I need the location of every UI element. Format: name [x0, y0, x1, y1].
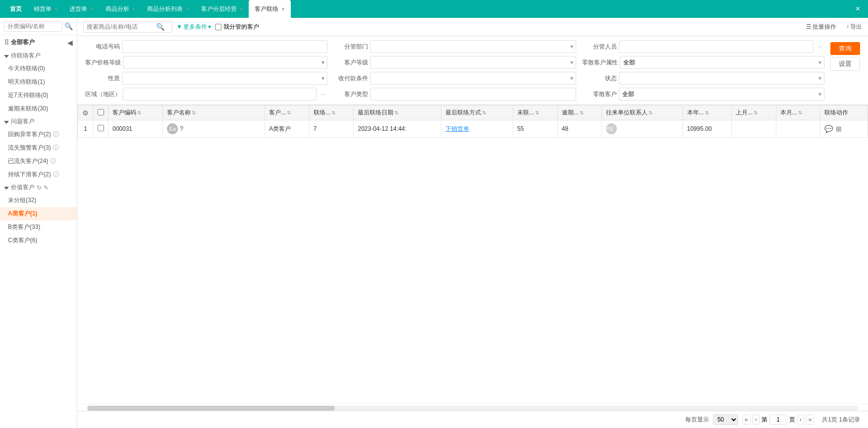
nav-tab-purchase[interactable]: 进货单 × [63, 0, 99, 18]
query-button[interactable]: 查询 [830, 42, 860, 55]
filter-sparse-attr: 零散客户属性 全部 ▾ [582, 56, 824, 69]
manager-input[interactable] [619, 40, 814, 53]
nav-tab-goods-analysis[interactable]: 商品分析 × [100, 0, 141, 18]
region-dots-icon[interactable]: ··· [319, 91, 327, 98]
sidebar-item-c-class[interactable]: C类客户(6) [0, 234, 77, 247]
sidebar-group-problem[interactable]: 问题客户 [0, 115, 77, 128]
price-level-select-wrapper: ▾ [123, 56, 327, 69]
close-purchase-tab[interactable]: × [90, 6, 93, 12]
sort-icon-code[interactable]: ⇅ [137, 110, 141, 115]
sidebar-item-b-class[interactable]: B类客户(33) [0, 220, 77, 234]
last-contact-method-link[interactable]: 下销货单 [445, 125, 469, 132]
settings-button[interactable]: 设置 [830, 57, 860, 71]
chat-icon[interactable]: 💬 [824, 125, 833, 133]
select-all-checkbox[interactable] [98, 109, 104, 115]
sidebar-item-declining[interactable]: 持续下滑客户(2) ⓘ [0, 168, 77, 181]
sidebar-group-value[interactable]: 价值客户 ↻ ✎ [0, 181, 77, 194]
dept-select[interactable] [370, 40, 576, 53]
status-select[interactable] [619, 72, 824, 85]
sidebar-collapse-button[interactable]: ◀ [67, 39, 73, 47]
batch-op-button[interactable]: ☰ 批量操作 [806, 23, 836, 31]
horizontal-scroll-bar[interactable] [87, 406, 858, 411]
sidebar-item-today-pending[interactable]: 今天待联络(0) [0, 62, 77, 75]
phone-input[interactable] [122, 40, 327, 53]
sidebar-item-churn-warning[interactable]: 流失预警客户(3) ⓘ [0, 141, 77, 155]
nature-select[interactable] [122, 72, 327, 85]
filter-search-input[interactable] [87, 23, 156, 30]
page-input[interactable] [769, 415, 787, 425]
sort-icon-last-contact-method[interactable]: ⇅ [482, 110, 486, 115]
nav-tab-home[interactable]: 首页 [4, 0, 28, 18]
last-page-button[interactable]: » [806, 415, 814, 425]
sort-icon-current-month[interactable]: ⇅ [798, 110, 802, 115]
row-contact: 7 [309, 120, 354, 138]
info-icon-churned[interactable]: ⓘ [50, 157, 56, 165]
sidebar-item-no-group[interactable]: 未分组(32) [0, 194, 77, 207]
all-customers-title: ⠿ 全部客户 [4, 38, 35, 47]
customer-level-select[interactable] [370, 56, 576, 69]
nav-tab-goods-analysis-list[interactable]: 商品分析列表 × [141, 0, 195, 18]
page-size-select[interactable]: 50 20 100 200 [713, 414, 738, 425]
payment-select[interactable] [370, 72, 576, 85]
info-icon-churn-warning[interactable]: ⓘ [53, 144, 59, 152]
page-size-label: 每页显示 [685, 416, 709, 424]
nav-tab-customer-segment[interactable]: 客户分层经营 × [195, 0, 249, 18]
filter-search-icon[interactable]: 🔍 [156, 23, 164, 31]
payment-select-wrapper: ▾ [370, 72, 576, 85]
sidebar-item-tomorrow-pending[interactable]: 明天待联络(1) [0, 75, 77, 89]
footer: 每页显示 50 20 100 200 « ‹ 第 页 › » 共1页 1条记录 [77, 411, 868, 428]
close-customer-segment-tab[interactable]: × [240, 6, 243, 12]
sort-icon-contact[interactable]: ⇅ [331, 110, 335, 115]
first-page-button[interactable]: « [742, 415, 751, 425]
more-filter-button[interactable]: ▼ 更多条件 ▾ [176, 23, 211, 31]
sparse-customer-select-wrapper: 全部 ▾ [619, 88, 824, 101]
filter-buttons: 查询 设置 [830, 40, 860, 71]
manager-dots-icon[interactable]: ··· [815, 43, 824, 50]
customer-type-input[interactable] [370, 88, 576, 101]
sort-icon-name[interactable]: ⇅ [192, 110, 196, 115]
row-checkbox[interactable] [98, 125, 104, 131]
row-last-contact-method: 下销货单 [441, 120, 513, 138]
info-icon-repurchase[interactable]: ⓘ [53, 130, 59, 139]
sidebar-search-input[interactable] [4, 21, 62, 32]
sparse-attr-select[interactable]: 全部 [620, 56, 824, 69]
th-contact: 联络...⇅ [309, 106, 354, 120]
sort-icon-overdue-days[interactable]: ⇅ [580, 110, 584, 115]
grid-action-icon[interactable]: ⊞ [836, 125, 842, 133]
price-level-select[interactable] [123, 56, 327, 69]
sort-icon-type[interactable]: ⇅ [287, 110, 291, 115]
sidebar-group-pending[interactable]: 待联络客户 [0, 50, 77, 62]
sort-icon-last-month[interactable]: ⇅ [754, 110, 758, 115]
sidebar-item-a-class[interactable]: A类客户(1) [0, 207, 77, 220]
th-current-year: 本年...⇅ [683, 106, 732, 120]
sort-icon-last-contact-date[interactable]: ⇅ [394, 110, 398, 115]
info-icon-declining[interactable]: ⓘ [53, 170, 59, 179]
sidebar-item-churned[interactable]: 已流失客户(24) ⓘ [0, 155, 77, 168]
close-goods-analysis-list-tab[interactable]: × [186, 6, 189, 12]
window-close-button[interactable]: × [852, 4, 864, 13]
my-customers-checkbox[interactable] [215, 24, 221, 30]
close-sales-tab[interactable]: × [54, 6, 57, 12]
sparse-customer-select[interactable]: 全部 [619, 88, 824, 101]
table-gear-icon[interactable]: ⚙ [82, 109, 89, 117]
sort-icon-contact-person[interactable]: ⇅ [649, 110, 652, 115]
sidebar-item-overdue-contact[interactable]: 逾期未联络(30) [0, 102, 77, 115]
close-goods-analysis-tab[interactable]: × [132, 6, 135, 12]
nav-tab-sales[interactable]: 销货单 × [28, 0, 63, 18]
nav-tab-customer-contact[interactable]: 客户联络 × [249, 0, 290, 18]
prev-page-button[interactable]: ‹ [753, 415, 760, 425]
sidebar-item-repurchase-abnormal[interactable]: 回购异常客户(2) ⓘ [0, 128, 77, 141]
refresh-icon[interactable]: ↻ [37, 184, 42, 191]
sidebar-search-icon[interactable]: 🔍 [64, 22, 73, 30]
sort-icon-not-contact-days[interactable]: ⇅ [535, 110, 539, 115]
export-button[interactable]: ↑ 导出 [846, 23, 862, 31]
th-current-month: 本月...⇅ [776, 106, 820, 120]
sort-icon-current-year[interactable]: ⇅ [705, 110, 709, 115]
sidebar-item-7day-pending[interactable]: 近7天待联络(0) [0, 89, 77, 102]
close-customer-contact-tab[interactable]: × [281, 6, 284, 12]
scroll-thumb[interactable] [87, 406, 335, 411]
edit-group-icon[interactable]: ✎ [44, 184, 49, 191]
next-page-button[interactable]: › [797, 415, 804, 425]
region-input[interactable] [123, 88, 317, 101]
filter-nature: 性质 ▾ [85, 72, 327, 85]
